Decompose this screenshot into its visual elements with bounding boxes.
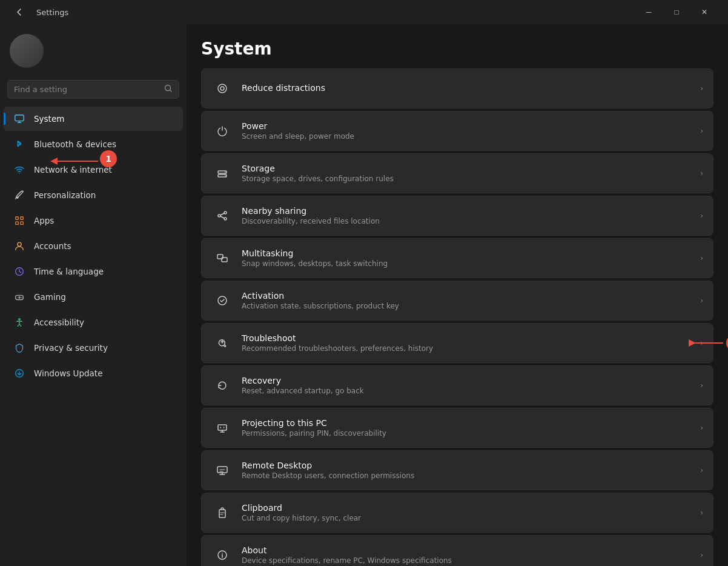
sidebar-item-accounts-label: Accounts bbox=[34, 241, 71, 251]
sidebar-item-accessibility-label: Accessibility bbox=[34, 318, 84, 327]
settings-item-projecting[interactable]: Projecting to this PC Permissions, pairi… bbox=[201, 408, 713, 448]
settings-item-reduce-distractions[interactable]: Reduce distractions › bbox=[201, 68, 713, 108]
svg-point-18 bbox=[225, 171, 226, 173]
clock-icon bbox=[13, 265, 25, 278]
chevron-right-icon: › bbox=[700, 84, 703, 93]
activation-icon bbox=[211, 290, 233, 311]
chevron-right-icon-storage: › bbox=[700, 169, 703, 178]
settings-item-troubleshoot[interactable]: Troubleshoot Recommended troubleshooters… bbox=[201, 323, 713, 363]
sidebar-item-network[interactable]: Network & internet bbox=[4, 158, 183, 182]
svg-point-14 bbox=[218, 84, 227, 93]
settings-text-recovery: Recovery Reset, advanced startup, go bac… bbox=[242, 376, 695, 395]
sidebar-item-time[interactable]: Time & language bbox=[4, 259, 183, 284]
chevron-right-icon-activation: › bbox=[700, 296, 703, 305]
sidebar-item-apps-label: Apps bbox=[34, 216, 54, 225]
svg-rect-2 bbox=[16, 217, 19, 220]
settings-item-nearby-sharing[interactable]: Nearby sharing Discoverability, received… bbox=[201, 196, 713, 236]
power-icon bbox=[211, 120, 233, 142]
gaming-icon bbox=[13, 291, 25, 303]
settings-text-troubleshoot: Troubleshoot Recommended troubleshooters… bbox=[242, 333, 695, 353]
settings-item-storage[interactable]: Storage Storage space, drives, configura… bbox=[201, 153, 713, 193]
settings-text-about: About Device specifications, rename PC, … bbox=[242, 545, 695, 565]
troubleshoot-icon bbox=[211, 332, 233, 354]
settings-item-clipboard[interactable]: Clipboard Cut and copy history, sync, cl… bbox=[201, 493, 713, 533]
settings-item-about[interactable]: About Device specifications, rename PC, … bbox=[201, 535, 713, 566]
settings-item-power[interactable]: Power Screen and sleep, power mode › bbox=[201, 111, 713, 151]
chevron-right-icon-remote: › bbox=[700, 466, 703, 474]
sidebar: System Bluetooth & devices Network & int bbox=[0, 24, 187, 566]
settings-text-remote-desktop: Remote Desktop Remote Desktop users, con… bbox=[242, 461, 695, 480]
settings-text-clipboard: Clipboard Cut and copy history, sync, cl… bbox=[242, 503, 695, 522]
svg-rect-5 bbox=[21, 222, 24, 225]
page-title: System bbox=[201, 24, 713, 68]
settings-text-nearby-sharing: Nearby sharing Discoverability, received… bbox=[242, 206, 695, 225]
sidebar-item-privacy[interactable]: Privacy & security bbox=[4, 336, 183, 360]
wifi-icon bbox=[13, 164, 25, 176]
accessibility-icon bbox=[13, 316, 25, 328]
sidebar-item-gaming[interactable]: Gaming bbox=[4, 285, 183, 309]
svg-rect-1 bbox=[15, 115, 24, 121]
sidebar-item-system[interactable]: System bbox=[4, 107, 183, 131]
search-box[interactable] bbox=[7, 80, 179, 99]
settings-item-recovery[interactable]: Recovery Reset, advanced startup, go bac… bbox=[201, 365, 713, 405]
sidebar-item-windows-update[interactable]: Windows Update bbox=[4, 361, 183, 385]
search-icon bbox=[164, 84, 173, 95]
svg-point-6 bbox=[18, 242, 21, 246]
svg-point-9 bbox=[21, 297, 21, 298]
chevron-right-icon-power: › bbox=[700, 127, 703, 135]
shield-icon bbox=[13, 342, 25, 354]
sidebar-item-time-label: Time & language bbox=[34, 267, 104, 276]
svg-point-15 bbox=[220, 87, 224, 90]
brush-icon bbox=[13, 189, 25, 201]
sidebar-item-bluetooth[interactable]: Bluetooth & devices bbox=[4, 132, 183, 156]
settings-item-remote-desktop[interactable]: Remote Desktop Remote Desktop users, con… bbox=[201, 450, 713, 490]
app-container: System Bluetooth & devices Network & int bbox=[0, 24, 728, 566]
multitask-icon bbox=[211, 247, 233, 269]
sidebar-item-accessibility[interactable]: Accessibility bbox=[4, 310, 183, 335]
svg-rect-27 bbox=[218, 425, 227, 430]
sidebar-item-bluetooth-label: Bluetooth & devices bbox=[34, 139, 116, 149]
settings-text-power: Power Screen and sleep, power mode bbox=[242, 121, 695, 141]
chevron-right-icon-troubleshoot: › bbox=[700, 339, 703, 347]
sidebar-item-apps[interactable]: Apps bbox=[4, 208, 183, 233]
main-content: System Reduce distractions › bbox=[187, 24, 728, 566]
svg-point-10 bbox=[22, 297, 22, 298]
settings-text-activation: Activation Activation state, subscriptio… bbox=[242, 291, 695, 310]
settings-item-multitasking[interactable]: Multitasking Snap windows, desktops, tas… bbox=[201, 238, 713, 278]
update-icon bbox=[13, 367, 25, 379]
svg-point-19 bbox=[225, 175, 226, 176]
chevron-right-icon-projecting: › bbox=[700, 424, 703, 432]
recovery-icon bbox=[211, 375, 233, 396]
sidebar-item-personalization[interactable]: Personalization bbox=[4, 183, 183, 207]
titlebar: Settings ─ □ ✕ bbox=[0, 0, 728, 24]
chevron-right-icon-recovery: › bbox=[700, 381, 703, 390]
chevron-right-icon-multitasking: › bbox=[700, 254, 703, 262]
info-icon bbox=[211, 544, 233, 566]
bluetooth-icon bbox=[13, 138, 25, 150]
account-icon bbox=[13, 240, 25, 252]
minimize-button[interactable]: ─ bbox=[635, 0, 663, 24]
settings-text-projecting: Projecting to this PC Permissions, pairi… bbox=[242, 418, 695, 438]
chevron-right-icon-nearby: › bbox=[700, 211, 703, 220]
storage-icon bbox=[211, 162, 233, 184]
remote-icon bbox=[211, 459, 233, 481]
settings-item-activation[interactable]: Activation Activation state, subscriptio… bbox=[201, 281, 713, 321]
monitor-icon bbox=[13, 113, 25, 125]
back-button[interactable] bbox=[10, 2, 29, 22]
sidebar-item-network-label: Network & internet bbox=[34, 165, 112, 175]
svg-rect-3 bbox=[21, 217, 24, 220]
search-input[interactable] bbox=[14, 85, 159, 94]
svg-point-11 bbox=[19, 319, 21, 321]
close-button[interactable]: ✕ bbox=[690, 0, 718, 24]
window-controls: ─ □ ✕ bbox=[635, 0, 718, 24]
maximize-button[interactable]: □ bbox=[663, 0, 690, 24]
chevron-right-icon-about: › bbox=[700, 551, 703, 559]
search-container bbox=[0, 75, 187, 106]
settings-text-storage: Storage Storage space, drives, configura… bbox=[242, 164, 695, 183]
share-icon bbox=[211, 205, 233, 227]
app-title: Settings bbox=[36, 8, 635, 17]
clipboard-icon bbox=[211, 502, 233, 524]
sidebar-item-accounts[interactable]: Accounts bbox=[4, 234, 183, 258]
profile-area bbox=[0, 24, 187, 75]
sidebar-item-gaming-label: Gaming bbox=[34, 292, 66, 302]
